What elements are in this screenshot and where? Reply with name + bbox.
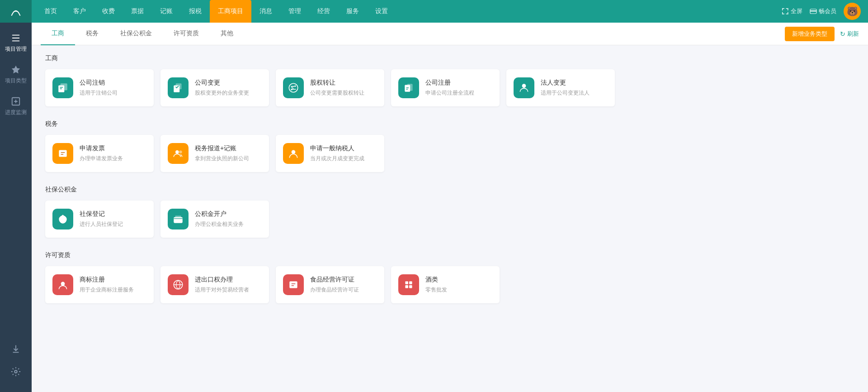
svg-rect-29 (174, 217, 183, 223)
card-desc-公司注册: 申请公司注册全流程 (425, 89, 474, 97)
card-name-酒类: 酒类 (425, 276, 447, 284)
cards-grid-税务: 申请发票办理申请发票业务税务报道+记账拿到营业执照的新公司申请一般纳税人当月或次… (45, 135, 854, 172)
card-icon-申请发票 (52, 143, 73, 164)
nav-item-客户[interactable]: 客户 (65, 0, 94, 23)
sidebar-label-2: 项目类型 (5, 77, 27, 85)
card-name-公司注册: 公司注册 (425, 79, 474, 87)
card-info-申请发票: 申请发票办理申请发票业务 (80, 144, 123, 163)
scroll-content: 工商公司注销适用于注销公司公司变更股权变更外的业务变更$股权转让公司变更需要股权… (32, 45, 868, 392)
card-公积金开户[interactable]: 公积金开户办理公积金相关业务 (160, 201, 269, 238)
nav-item-收费[interactable]: 收费 (94, 0, 123, 23)
card-desc-申请一般纳税人: 当月或次月成变更完成 (310, 155, 364, 163)
card-info-商标注册: 商标注册用于企业商标注册服务 (80, 276, 134, 294)
nav-item-管理[interactable]: 管理 (280, 0, 309, 23)
svg-rect-36 (405, 285, 408, 288)
nav-item-首页[interactable]: 首页 (36, 0, 65, 23)
list-icon (11, 33, 21, 43)
card-info-社保登记: 社保登记进行人员社保登记 (80, 210, 123, 228)
card-desc-股权转让: 公司变更需要股权转让 (310, 89, 364, 97)
nav-item-工商项目[interactable]: 工商项目 (210, 0, 251, 23)
card-icon-股权转让: $ (283, 77, 304, 98)
section-title-工商: 工商 (45, 54, 854, 62)
sidebar-item-project-management[interactable]: 项目管理 (0, 27, 32, 59)
svg-marker-13 (12, 66, 20, 73)
svg-point-15 (14, 370, 17, 373)
card-info-法人变更: 法人变更适用于公司变更法人 (541, 79, 590, 97)
nav-item-消息[interactable]: 消息 (251, 0, 280, 23)
nav-items: 首页客户收费票据记账报税工商项目消息管理经营服务设置 (32, 0, 782, 23)
card-icon-社保登记 (52, 209, 73, 229)
card-进出口权办理[interactable]: 进出口权办理适用于对外贸易经营者 (160, 266, 269, 303)
new-type-button[interactable]: 新增业务类型 (785, 27, 835, 41)
card-name-公司注销: 公司注销 (80, 79, 118, 87)
svg-point-26 (175, 150, 179, 154)
card-desc-酒类: 零售批发 (425, 286, 447, 294)
tab-其他[interactable]: 其他 (210, 23, 244, 45)
sidebar-item-progress[interactable]: 进度监测 (0, 91, 32, 122)
svg-point-27 (179, 151, 182, 154)
tab-许可资质[interactable]: 许可资质 (163, 23, 210, 45)
card-申请发票[interactable]: 申请发票办理申请发票业务 (45, 135, 154, 172)
svg-rect-30 (175, 215, 181, 217)
content-area: 工商税务社保公积金许可资质其他 新增业务类型 ↻ 刷新 工商公司注销适用于注销公… (32, 23, 868, 392)
svg-rect-25 (59, 150, 66, 157)
refresh-icon: ↻ (840, 30, 845, 38)
card-name-商标注册: 商标注册 (80, 276, 134, 284)
sidebar-download-btn[interactable] (0, 338, 32, 360)
top-nav: 首页客户收费票据记账报税工商项目消息管理经营服务设置 全屏 畅会员 🐻 (0, 0, 868, 23)
card-name-社保登记: 社保登记 (80, 210, 123, 218)
card-食品经营许可证[interactable]: 食品经营许可证办理食品经营许可证 (276, 266, 384, 303)
member-btn[interactable]: 畅会员 (810, 7, 836, 15)
sidebar-item-project-type[interactable]: 项目类型 (0, 59, 32, 91)
card-icon-酒类 (398, 274, 419, 295)
card-社保登记[interactable]: 社保登记进行人员社保登记 (45, 201, 154, 238)
svg-rect-35 (409, 281, 412, 284)
svg-rect-11 (12, 38, 20, 38)
card-desc-社保登记: 进行人员社保登记 (80, 220, 123, 228)
nav-item-报税[interactable]: 报税 (181, 0, 210, 23)
sidebar-settings-btn[interactable] (0, 360, 32, 383)
nav-item-服务[interactable]: 服务 (338, 0, 367, 23)
svg-rect-7 (788, 12, 788, 14)
nav-item-票据[interactable]: 票据 (123, 0, 152, 23)
card-name-申请一般纳税人: 申请一般纳税人 (310, 144, 364, 153)
card-法人变更[interactable]: 法人变更适用于公司变更法人 (506, 69, 615, 106)
card-info-食品经营许可证: 食品经营许可证办理食品经营许可证 (310, 276, 359, 294)
card-icon-食品经营许可证 (283, 274, 304, 295)
card-info-股权转让: 股权转让公司变更需要股权转让 (310, 79, 364, 97)
card-name-股权转让: 股权转让 (310, 79, 364, 87)
card-desc-公司变更: 股权变更外的业务变更 (195, 89, 249, 97)
nav-right: 全屏 畅会员 🐻 (782, 3, 868, 20)
svg-point-24 (522, 84, 526, 88)
card-info-进出口权办理: 进出口权办理适用于对外贸易经营者 (195, 276, 249, 294)
card-icon-申请一般纳税人 (283, 143, 304, 164)
card-公司注销[interactable]: 公司注销适用于注销公司 (45, 69, 154, 106)
card-info-税务报道+记账: 税务报道+记账拿到营业执照的新公司 (195, 144, 249, 163)
tab-工商[interactable]: 工商 (41, 23, 75, 45)
nav-item-记账[interactable]: 记账 (152, 0, 181, 23)
tab-right-actions: 新增业务类型 ↻ 刷新 (785, 27, 859, 41)
card-icon-进出口权办理 (168, 274, 189, 295)
settings-icon (11, 367, 21, 377)
card-申请一般纳税人[interactable]: 申请一般纳税人当月或次月成变更完成 (276, 135, 384, 172)
refresh-label: 刷新 (847, 30, 859, 38)
tab-税务[interactable]: 税务 (75, 23, 109, 45)
avatar[interactable]: 🐻 (844, 3, 861, 20)
tab-社保公积金[interactable]: 社保公积金 (109, 23, 163, 45)
card-酒类[interactable]: 酒类零售批发 (391, 266, 500, 303)
card-股权转让[interactable]: $股权转让公司变更需要股权转让 (276, 69, 384, 106)
card-税务报道+记账[interactable]: 税务报道+记账拿到营业执照的新公司 (160, 135, 269, 172)
refresh-button[interactable]: ↻ 刷新 (840, 30, 859, 38)
card-desc-公积金开户: 办理公积金相关业务 (195, 220, 244, 228)
card-商标注册[interactable]: 商标注册用于企业商标注册服务 (45, 266, 154, 303)
card-公司注册[interactable]: 公司注册申请公司注册全流程 (391, 69, 500, 106)
nav-item-设置[interactable]: 设置 (367, 0, 396, 23)
nav-item-经营[interactable]: 经营 (309, 0, 338, 23)
card-icon-公司变更 (168, 77, 189, 98)
card-desc-商标注册: 用于企业商标注册服务 (80, 286, 134, 294)
logo-icon (9, 4, 23, 19)
fullscreen-btn[interactable]: 全屏 (782, 7, 802, 15)
card-info-公积金开户: 公积金开户办理公积金相关业务 (195, 210, 244, 228)
card-公司变更[interactable]: 公司变更股权变更外的业务变更 (160, 69, 269, 106)
card-icon-商标注册 (52, 274, 73, 295)
